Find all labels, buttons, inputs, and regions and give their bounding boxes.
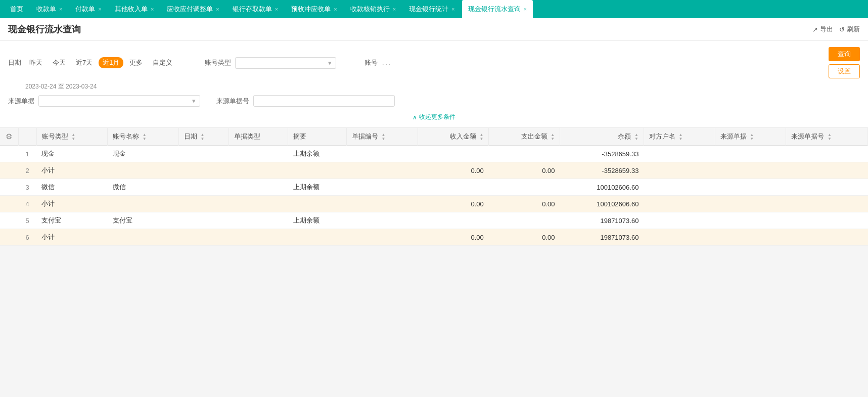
source-doc-no-filter-group: 来源单据号 [216, 95, 395, 107]
col-account-name[interactable]: 账号名称 ▲▼ [108, 128, 179, 146]
cell-source-doc-no [786, 162, 868, 179]
nav-tab-4[interactable]: 银行存取款单 × [226, 0, 284, 18]
cell-idx: 6 [18, 229, 36, 246]
col-expense[interactable]: 支出金额 ▲▼ [489, 128, 560, 146]
date-opt-custom[interactable]: 自定义 [149, 57, 176, 68]
cell-doc-type [229, 196, 288, 212]
account-type-select[interactable]: ▾ [235, 57, 336, 69]
cell-balance: 19871073.60 [560, 229, 644, 246]
cell-account-name: 支付宝 [108, 212, 179, 229]
table-row: 1现金现金上期余额-3528659.33 [0, 146, 868, 162]
cell-income: 0.00 [418, 162, 489, 179]
cell-gear [0, 229, 18, 246]
cell-doc-type [229, 179, 288, 196]
nav-tab-5[interactable]: 预收冲应收单 × [285, 0, 343, 18]
cell-gear [0, 179, 18, 196]
action-buttons: 查询 设置 [829, 47, 860, 78]
col-balance[interactable]: 余额 ▲▼ [560, 128, 644, 146]
table-row: 4小计0.000.00100102606.60 [0, 196, 868, 212]
cell-income [418, 212, 489, 229]
close-icon[interactable]: × [98, 6, 101, 12]
date-opt-1month[interactable]: 近1月 [99, 57, 123, 68]
page-title: 现金银行流水查询 [8, 23, 81, 35]
account-dots-button[interactable]: ... [382, 58, 391, 67]
cell-account-type: 支付宝 [36, 212, 108, 229]
cell-idx: 5 [18, 212, 36, 229]
cell-expense: 0.00 [489, 229, 560, 246]
close-icon[interactable]: × [275, 6, 278, 12]
dropdown-chevron-icon: ▾ [328, 59, 332, 67]
cell-source-doc-no [786, 196, 868, 212]
gear-icon[interactable]: ⚙ [6, 132, 12, 141]
close-icon[interactable]: × [524, 6, 527, 12]
export-button[interactable]: ↗ 导出 [812, 25, 833, 34]
cell-doc-no [346, 162, 418, 179]
col-summary: 摘要 [288, 128, 347, 146]
col-account-type[interactable]: 账号类型 ▲▼ [36, 128, 108, 146]
nav-tab-8[interactable]: 现金银行流水查询 × [462, 0, 533, 18]
setting-button[interactable]: 设置 [829, 64, 860, 78]
table-body: 1现金现金上期余额-3528659.332小计0.000.00-3528659.… [0, 146, 868, 246]
cell-account-type: 微信 [36, 179, 108, 196]
nav-tab-1[interactable]: 付款单 × [69, 0, 107, 18]
sort-arrows-icon: ▲▼ [479, 133, 483, 141]
close-icon[interactable]: × [59, 6, 62, 12]
sort-arrows-icon: ▲▼ [143, 133, 147, 141]
nav-tab-3[interactable]: 应收应付调整单 × [161, 0, 225, 18]
cell-source-doc-no [786, 179, 868, 196]
collapse-up-icon: ∧ [413, 114, 417, 121]
col-source-doc-no[interactable]: 来源单据号 ▲▼ [786, 128, 868, 146]
cell-balance: 19871073.60 [560, 212, 644, 229]
cell-doc-type [229, 212, 288, 229]
sort-arrows-icon: ▲▼ [201, 133, 205, 141]
close-icon[interactable]: × [216, 6, 219, 12]
cell-idx: 2 [18, 162, 36, 179]
date-opt-7days[interactable]: 近7天 [72, 57, 97, 68]
col-doc-type: 单据类型 [229, 128, 288, 146]
cell-gear [0, 146, 18, 162]
cell-idx: 3 [18, 179, 36, 196]
cell-source-doc [715, 146, 786, 162]
query-button[interactable]: 查询 [829, 47, 860, 61]
close-icon[interactable]: × [151, 6, 154, 12]
cell-balance: 100102606.60 [560, 179, 644, 196]
close-icon[interactable]: × [393, 6, 396, 12]
col-date[interactable]: 日期 ▲▼ [178, 128, 229, 146]
date-options: 昨天 今天 近7天 近1月 更多 自定义 [25, 57, 176, 68]
cell-counterpart [644, 196, 715, 212]
col-source-doc[interactable]: 来源单据 ▲▼ [715, 128, 786, 146]
cell-source-doc [715, 162, 786, 179]
sort-arrows-icon: ▲▼ [750, 133, 754, 141]
cell-income [418, 179, 489, 196]
col-counterpart[interactable]: 对方户名 ▲▼ [644, 128, 715, 146]
date-filter-group: 日期 昨天 今天 近7天 近1月 更多 自定义 [8, 57, 176, 68]
cell-counterpart [644, 146, 715, 162]
refresh-button[interactable]: ↺ 刷新 [839, 25, 860, 34]
close-icon[interactable]: × [334, 6, 337, 12]
nav-tab-2[interactable]: 其他收入单 × [109, 0, 160, 18]
date-opt-more[interactable]: 更多 [125, 57, 147, 68]
nav-tab-0[interactable]: 收款单 × [30, 0, 68, 18]
col-doc-no[interactable]: 单据编号 ▲▼ [346, 128, 418, 146]
cell-date [178, 146, 229, 162]
cell-expense [489, 179, 560, 196]
date-opt-yesterday[interactable]: 昨天 [25, 57, 47, 68]
nav-home[interactable]: 首页 [4, 5, 29, 14]
source-doc-select[interactable]: ▾ [38, 95, 200, 107]
date-opt-today[interactable]: 今天 [49, 57, 70, 68]
nav-tab-6[interactable]: 收款核销执行 × [344, 0, 402, 18]
cell-summary: 上期余额 [288, 146, 347, 162]
col-income[interactable]: 收入金额 ▲▼ [418, 128, 489, 146]
cell-doc-no [346, 179, 418, 196]
collapse-bar[interactable]: ∧ 收起更多条件 [8, 111, 860, 123]
cell-summary [288, 162, 347, 179]
col-gear[interactable]: ⚙ [0, 128, 18, 146]
source-doc-label: 来源单据 [8, 97, 34, 106]
source-doc-no-input[interactable] [253, 95, 395, 107]
cell-income: 0.00 [418, 196, 489, 212]
account-filter-group: 账号 ... [364, 58, 391, 67]
close-icon[interactable]: × [451, 6, 454, 12]
nav-tab-7[interactable]: 现金银行统计 × [403, 0, 461, 18]
cell-doc-no [346, 196, 418, 212]
cell-doc-type [229, 162, 288, 179]
